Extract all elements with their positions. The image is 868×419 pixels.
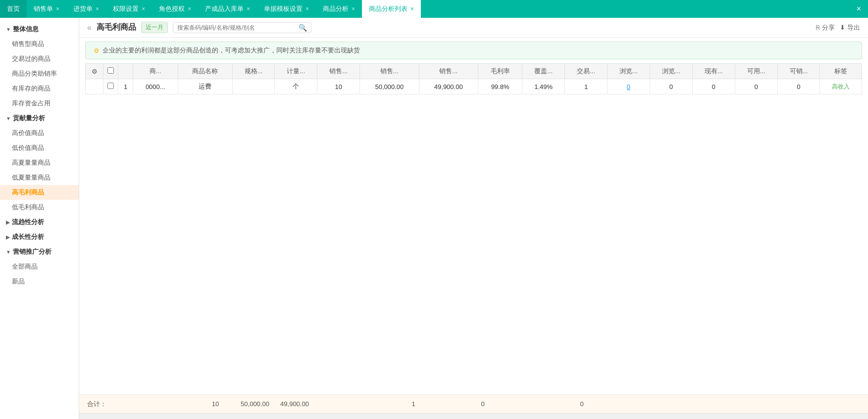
footer-amount: 50,000.00 — [235, 400, 275, 408]
sidebar-item-traded-goods[interactable]: 交易过的商品 — [0, 51, 79, 66]
nav-home[interactable]: 首页 — [0, 0, 27, 18]
col-available: 可用... — [735, 64, 777, 79]
sidebar-item-low-value[interactable]: 低价值商品 — [0, 140, 79, 155]
bottom-scrollbar[interactable] — [79, 413, 868, 419]
cell-name: 运费 — [178, 79, 232, 94]
col-saleable: 可销... — [777, 64, 820, 79]
cell-available: 0 — [735, 79, 777, 94]
cell-settings — [86, 79, 103, 94]
col-settings[interactable]: ⚙ — [86, 64, 103, 79]
nav-close-role[interactable]: × — [188, 5, 191, 12]
col-sales-amount: 销售... — [360, 64, 419, 79]
sidebar-item-in-stock[interactable]: 有库存的商品 — [0, 81, 79, 96]
search-box: 🔍 — [173, 22, 311, 33]
table-row: 1 0000... 运费 个 10 50,000.00 49,900.00 99… — [86, 79, 862, 94]
nav-template-settings[interactable]: 单据模板设置 × — [257, 0, 316, 18]
cell-spec — [232, 79, 275, 94]
nav-product-analysis[interactable]: 商品分析 × — [316, 0, 362, 18]
nav-close-finished[interactable]: × — [247, 5, 250, 12]
arrow-marketing: ▼ — [6, 249, 11, 255]
header-actions: ⎘ 分享 ⬇ 导出 — [816, 23, 860, 32]
nav-purchase[interactable]: 进货单 × — [66, 0, 106, 18]
total-label: 合计： — [87, 400, 106, 409]
tip-icon: ⚙ — [94, 47, 100, 54]
footer-qty: 10 — [196, 400, 235, 408]
share-btn[interactable]: ⎘ 分享 — [816, 23, 835, 32]
sidebar-item-new-goods[interactable]: 新品 — [0, 274, 79, 289]
col-code: 商... — [133, 64, 178, 79]
footer-profit: 49,900.00 — [275, 400, 314, 408]
cell-unit: 个 — [275, 79, 317, 94]
footer-trade: 1 — [394, 400, 433, 408]
sidebar-item-low-freq[interactable]: 低夏量量商品 — [0, 170, 79, 185]
cell-saleable: 0 — [777, 79, 820, 94]
cell-browse2: 0 — [650, 79, 692, 94]
sidebar-item-all-goods[interactable]: 全部商品 — [0, 259, 79, 274]
col-index — [118, 64, 133, 79]
cell-coverage: 1.49% — [522, 79, 565, 94]
sidebar-group-growth[interactable]: ▶ 成长性分析 — [0, 230, 79, 244]
tip-text: 企业的主要的利润都是这部分商品创造的，可考虑加大推广，同时关注库存量不要出现缺货 — [102, 46, 360, 55]
period-filter-btn[interactable]: 近一月 — [141, 22, 168, 33]
cell-gross-margin: 99.8% — [478, 79, 522, 94]
nav-role[interactable]: 角色授权 × — [152, 0, 198, 18]
nav-close-analysis-list[interactable]: × — [410, 5, 414, 12]
cell-sales-profit: 49,900.00 — [419, 79, 478, 94]
nav-finished-goods[interactable]: 产成品入库单 × — [198, 0, 257, 18]
nav-close-analysis[interactable]: × — [352, 5, 355, 12]
sidebar-item-high-margin[interactable]: 高毛利商品 — [0, 185, 79, 200]
col-tag: 标签 — [820, 64, 862, 79]
col-coverage: 覆盖... — [522, 64, 565, 79]
nav-close-permission[interactable]: × — [142, 5, 145, 12]
export-btn[interactable]: ⬇ 导出 — [840, 23, 860, 32]
cell-trade: 1 — [565, 79, 608, 94]
arrow-overall: ▼ — [6, 27, 11, 32]
cell-browse1[interactable]: 0 — [608, 79, 650, 94]
table-container: ⚙ 商... 商品名称 规格... 计量... 销售... 销售... 销售..… — [79, 63, 868, 394]
sidebar-item-low-margin[interactable]: 低毛利商品 — [0, 200, 79, 215]
nav-close-purchase[interactable]: × — [96, 5, 99, 12]
sidebar-group-contribution[interactable]: ▼ 贡献量分析 — [0, 111, 79, 126]
share-icon: ⎘ — [816, 24, 820, 31]
col-current: 现有... — [692, 64, 735, 79]
sidebar-item-category-rate[interactable]: 商品分类助销率 — [0, 66, 79, 81]
content-area: « 高毛利商品 近一月 🔍 ⎘ 分享 ⬇ 导出 ⚙ 企业的主要的利润都是这部 — [79, 18, 868, 419]
col-checkbox — [103, 64, 118, 79]
footer-bar: 合计： 10 50,000.00 49,900.00 1 0 0 — [79, 394, 868, 413]
settings-icon: ⚙ — [92, 68, 98, 75]
cell-code: 0000... — [133, 79, 178, 94]
arrow-trend: ▶ — [6, 220, 10, 225]
arrow-growth: ▶ — [6, 234, 10, 240]
sidebar-item-sales-goods[interactable]: 销售型商品 — [0, 37, 79, 51]
sidebar-item-high-freq[interactable]: 高夏量量商品 — [0, 155, 79, 170]
cell-sales-amount: 50,000.00 — [360, 79, 419, 94]
col-name: 商品名称 — [178, 64, 232, 79]
col-browse1: 浏览... — [608, 64, 650, 79]
nav-analysis-list[interactable]: 商品分析列表 × — [362, 0, 421, 18]
nav-permission[interactable]: 权限设置 × — [106, 0, 152, 18]
footer-cells: 10 50,000.00 49,900.00 1 0 0 — [116, 400, 860, 408]
search-input[interactable] — [177, 24, 299, 31]
col-unit: 计量... — [275, 64, 317, 79]
cell-current: 0 — [692, 79, 735, 94]
sidebar-group-trend[interactable]: ▶ 流趋性分析 — [0, 215, 79, 230]
nav-sales-order[interactable]: 销售单 × — [27, 0, 66, 18]
row-checkbox[interactable] — [107, 83, 114, 89]
sidebar-item-stock-capital[interactable]: 库存资金占用 — [0, 96, 79, 111]
sidebar-item-high-value[interactable]: 高价值商品 — [0, 126, 79, 140]
nav-close-template[interactable]: × — [306, 5, 309, 12]
col-sales-profit: 销售... — [419, 64, 478, 79]
select-all-checkbox[interactable] — [107, 67, 114, 74]
search-icon[interactable]: 🔍 — [299, 24, 307, 32]
export-icon: ⬇ — [840, 24, 845, 31]
main-layout: ▼ 整体信息 销售型商品 交易过的商品 商品分类助销率 有库存的商品 库存资金占… — [0, 18, 868, 419]
window-close-btn[interactable]: × — [850, 4, 868, 13]
col-sales-qty: 销售... — [317, 64, 360, 79]
collapse-sidebar-btn[interactable]: « — [87, 23, 92, 32]
nav-close-sales[interactable]: × — [56, 5, 59, 12]
col-spec: 规格... — [232, 64, 275, 79]
sidebar-group-marketing[interactable]: ▼ 营销推广分析 — [0, 244, 79, 259]
tip-bar: ⚙ 企业的主要的利润都是这部分商品创造的，可考虑加大推广，同时关注库存量不要出现… — [85, 42, 862, 59]
footer-saleable: 0 — [562, 400, 602, 408]
sidebar-group-overall[interactable]: ▼ 整体信息 — [0, 22, 79, 37]
